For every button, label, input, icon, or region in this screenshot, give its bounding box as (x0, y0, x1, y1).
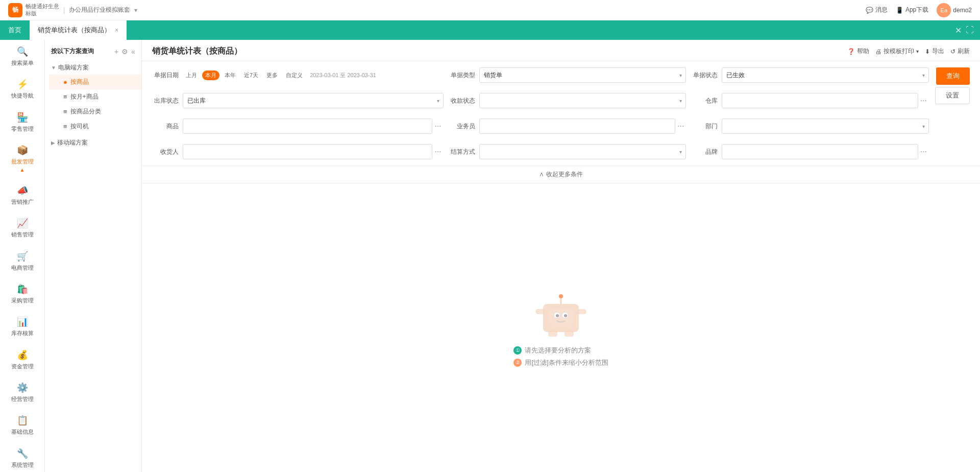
date-tab-this-month[interactable]: 本月 (202, 70, 219, 80)
sidebar-item-wholesale[interactable]: 📦 批发管理 ▲ (0, 138, 44, 179)
date-tab-last-month[interactable]: 上月 (183, 70, 200, 80)
tip-num-1: ① (513, 346, 522, 355)
filter-consignee-field: 收货人 ··· (152, 144, 444, 159)
empty-tip-2: ② 用[过滤]条件来缩小分析范围 (513, 358, 608, 367)
collapse-panel-btn[interactable]: « (131, 48, 135, 56)
filter-brand-field: 品牌 ··· (686, 144, 929, 159)
tab-bar: 首页 销货单统计表（按商品） × ✕ ⛶ (0, 20, 980, 40)
message-icon: 💬 (866, 7, 873, 14)
date-tab-7days[interactable]: 近7天 (241, 70, 261, 80)
consignee-label: 收货人 (152, 148, 183, 156)
warehouse-dots-btn[interactable]: ··· (918, 96, 929, 105)
sidebar-item-search-menu[interactable]: 🔍 搜索菜单 (0, 40, 44, 73)
date-tab-this-year[interactable]: 本年 (222, 70, 239, 80)
date-tab-more[interactable]: 更多 (263, 70, 281, 80)
tab-close-btn[interactable]: × (115, 27, 118, 34)
settle-method-label: 结算方式 (444, 148, 479, 156)
app-download-btn[interactable]: 📱 App下载 (896, 6, 928, 14)
product-dots-btn[interactable]: ··· (432, 122, 443, 131)
sidebar-item-quick-nav[interactable]: ⚡ 快捷导航 (0, 73, 44, 105)
arrow-right-icon: ▶ (51, 140, 55, 146)
sidebar-item-retail[interactable]: 🏪 零售管理 (0, 106, 44, 138)
sidebar: 🔍 搜索菜单 ⚡ 快捷导航 🏪 零售管理 📦 批发管理 ▲ 📣 营销推广 📈 销… (0, 40, 45, 472)
help-btn[interactable]: ❓ 帮助 (847, 47, 869, 56)
scheme-group-mobile-header[interactable]: ▶ 移动端方案 (45, 136, 141, 150)
receive-status-select[interactable] (479, 93, 687, 108)
salesperson-input[interactable] (479, 119, 675, 134)
doc-type-label: 单据类型 (444, 71, 479, 80)
consignee-dots-btn[interactable]: ··· (432, 147, 443, 156)
user-area[interactable]: Ea demo2 (937, 3, 972, 17)
brand-dots-btn[interactable]: ··· (918, 147, 929, 156)
sidebar-item-marketing[interactable]: 📣 营销推广 (0, 179, 44, 211)
sidebar-item-basics[interactable]: 📋 基础信息 (0, 409, 44, 441)
doc-status-select[interactable]: 已生效 (722, 67, 929, 83)
breadcrumb-dropdown-icon[interactable]: ▾ (134, 7, 137, 14)
filter-warehouse-field: 仓库 ··· (686, 93, 929, 108)
consignee-input[interactable] (183, 144, 432, 159)
sidebar-item-ecommerce[interactable]: 🛒 电商管理 (0, 245, 44, 277)
warehouse-input[interactable] (722, 93, 918, 108)
sidebar-item-operations[interactable]: ⚙️ 经营管理 (0, 376, 44, 409)
page-title: 销货单统计表（按商品） (152, 46, 242, 57)
department-select[interactable] (722, 119, 929, 134)
scheme-item-by-month-product[interactable]: ≡ 按月+商品 (49, 89, 141, 104)
scheme-group-desktop: ▼ 电脑端方案 ● 按商品 ≡ 按月+商品 ≡ 按商品分类 (45, 61, 141, 134)
sidebar-item-inventory[interactable]: 📊 库存核算 (0, 310, 44, 343)
close-window-icon[interactable]: ✕ (955, 26, 962, 35)
help-icon: ❓ (847, 48, 855, 55)
settle-method-select[interactable] (479, 144, 687, 159)
ecommerce-icon: 🛒 (17, 251, 28, 262)
export-btn[interactable]: ⬇ 导出 (925, 47, 944, 56)
scheme-item-by-product-category[interactable]: ≡ 按商品分类 (49, 104, 141, 119)
date-tab-custom[interactable]: 自定义 (283, 70, 306, 80)
inventory-icon: 📊 (17, 316, 28, 327)
user-name[interactable]: demo2 (953, 7, 972, 14)
purchase-icon: 🛍️ (17, 284, 28, 295)
right-content: 销货单统计表（按商品） ❓ 帮助 🖨 按模板打印 ▾ ⬇ 导出 (142, 40, 980, 472)
add-scheme-btn[interactable]: + (114, 48, 118, 56)
tab-home[interactable]: 首页 (0, 20, 30, 40)
refresh-btn[interactable]: ↺ 刷新 (950, 47, 970, 56)
product-label: 商品 (152, 122, 183, 131)
finance-icon: 💰 (17, 349, 28, 361)
export-icon: ⬇ (925, 48, 930, 55)
brand-label: 品牌 (686, 148, 722, 156)
out-status-select[interactable]: 已出库 (183, 93, 444, 108)
scheme-group-desktop-header[interactable]: ▼ 电脑端方案 (45, 61, 141, 75)
empty-illustration (530, 289, 592, 340)
settings-btn[interactable]: 设置 (935, 87, 970, 104)
collapse-btn[interactable]: ∧ 收起更多条件 (539, 170, 582, 179)
tab-active[interactable]: 销货单统计表（按商品） × (30, 20, 127, 40)
panel-header-label: 按以下方案查询 (51, 47, 94, 56)
warehouse-label: 仓库 (686, 97, 722, 105)
print-btn[interactable]: 🖨 按模板打印 ▾ (875, 47, 919, 56)
filter-subrow-2: 出库状态 已出库 ▾ 收款状态 (152, 93, 929, 108)
filter-subrow-3: 商品 ··· 业务员 ··· 部门 (152, 119, 929, 134)
scheme-item-by-product[interactable]: ● 按商品 (49, 75, 141, 89)
salesperson-dots-btn[interactable]: ··· (675, 122, 686, 131)
settings-scheme-btn[interactable]: ⚙ (121, 48, 128, 56)
avatar: Ea (937, 3, 951, 17)
filter-main: 单据日期 上月 本月 本年 近7天 更多 自定义 (152, 67, 929, 159)
messages-btn[interactable]: 💬 消息 (866, 6, 888, 14)
sidebar-item-sales[interactable]: 📈 销售管理 (0, 211, 44, 244)
quick-nav-icon: ⚡ (17, 79, 28, 90)
filter-row-1: 单据日期 上月 本月 本年 近7天 更多 自定义 (152, 67, 970, 159)
maximize-window-icon[interactable]: ⛶ (966, 26, 974, 35)
doc-type-select[interactable]: 销货单 (479, 67, 687, 83)
refresh-icon: ↺ (950, 48, 955, 55)
sidebar-item-finance[interactable]: 💰 资金管理 (0, 343, 44, 376)
print-dropdown-icon[interactable]: ▾ (916, 49, 919, 54)
scheme-group-mobile: ▶ 移动端方案 (45, 136, 141, 150)
date-tabs: 上月 本月 本年 近7天 更多 自定义 (183, 70, 306, 80)
brand-input[interactable] (722, 144, 918, 159)
sidebar-item-purchase[interactable]: 🛍️ 采购管理 (0, 277, 44, 310)
scheme-item-by-cashier[interactable]: ≡ 按司机 (49, 119, 141, 134)
breadcrumb-separator: | (63, 6, 65, 14)
sidebar-item-system[interactable]: 🔧 系统管理 (0, 442, 44, 472)
query-btn[interactable]: 查询 (936, 67, 970, 85)
basics-icon: 📋 (17, 415, 28, 426)
top-bar-right: 💬 消息 📱 App下载 Ea demo2 (866, 3, 972, 17)
product-input[interactable] (183, 119, 432, 134)
